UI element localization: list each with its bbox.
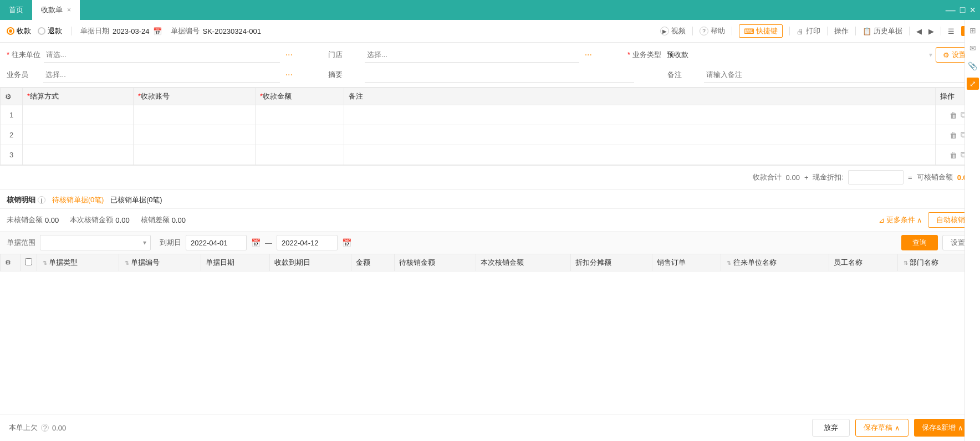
bth-voucher-date-label: 单据日期	[206, 258, 234, 266]
toolbar: 收款 退款 单据日期 2023-03-24 📅 单据编号 SK-20230324…	[0, 20, 980, 43]
date-label: 单据日期	[80, 26, 109, 36]
row-account-1[interactable]	[134, 105, 256, 125]
row-remark-3[interactable]	[344, 145, 936, 165]
sidebar-table-icon[interactable]: ⊞	[967, 24, 979, 37]
footer-info-icon[interactable]: ?	[41, 424, 49, 432]
tab-current-label: 收款单	[41, 5, 63, 15]
tab-close-icon[interactable]: ×	[67, 6, 71, 14]
summary-label-text: 摘要	[328, 70, 343, 79]
remark-field: 备注	[667, 67, 973, 83]
row-delete-icon-1[interactable]: 🗑	[950, 111, 957, 120]
form-area: * 往来单位 ··· 门店 ··· * 业务类型 预收款	[0, 43, 980, 88]
video-link[interactable]: ▶ 视频	[660, 26, 686, 36]
row-account-3[interactable]	[134, 145, 256, 165]
sidebar-expand-icon[interactable]: ⤢	[967, 78, 979, 90]
tab-current[interactable]: 收款单 ×	[32, 0, 80, 20]
nav-next[interactable]: ▶	[928, 27, 934, 35]
discard-button[interactable]: 放弃	[812, 419, 850, 437]
date-from-icon[interactable]: 📅	[251, 238, 261, 247]
bth-dept-name-label: 部门名称	[910, 258, 938, 266]
help-link[interactable]: ? 帮助	[700, 26, 725, 36]
equals-sign: =	[908, 173, 912, 182]
tab-home[interactable]: 首页	[0, 0, 32, 20]
business-type-field: * 业务类型 预收款 ▾ ⚙ 设置	[627, 47, 973, 63]
cash-discount-input[interactable]	[848, 170, 904, 184]
row-settle-1[interactable]	[23, 105, 134, 125]
pending-voucher-link[interactable]: 待核销单据(0笔)	[52, 195, 104, 205]
save-new-button[interactable]: 保存&新增 ∧	[914, 419, 971, 437]
bth-amount-label: 金额	[356, 258, 370, 266]
radio-shoukuan[interactable]: 收款	[7, 26, 31, 36]
row-amount-2[interactable]	[256, 125, 344, 145]
staff-more-icon[interactable]: ···	[283, 70, 295, 80]
nav-prev[interactable]: ◀	[916, 27, 922, 35]
store-more-icon[interactable]: ···	[583, 50, 594, 60]
staff-input[interactable]	[43, 67, 280, 83]
row-delete-icon-3[interactable]: 🗑	[950, 151, 957, 160]
quickkey-button[interactable]: ⌨ 快捷键	[739, 24, 783, 38]
unchecked-amount: 未核销金额 0.00	[7, 215, 59, 225]
more-conditions-button[interactable]: ⊿ 更多条件 ∧	[879, 215, 922, 225]
biz-dropdown-icon[interactable]: ▾	[929, 51, 932, 59]
settings-gear-icon: ⚙	[943, 51, 950, 59]
counterpart-input[interactable]	[44, 47, 280, 63]
bth-gear[interactable]: ⚙	[1, 254, 21, 271]
row-amount-1[interactable]	[256, 105, 344, 125]
date-to-icon[interactable]: 📅	[342, 238, 351, 247]
row-account-2[interactable]	[134, 125, 256, 145]
sidebar-email-icon[interactable]: ✉	[967, 42, 979, 54]
divider-8	[941, 27, 941, 35]
due-date-label: 到期日	[160, 238, 181, 248]
bth-checkbox[interactable]	[21, 254, 37, 271]
close-window-icon[interactable]: ×	[969, 4, 976, 16]
select-all-checkbox[interactable]	[25, 258, 32, 265]
bth-voucher-number: ⇅ 单据编号	[119, 254, 201, 271]
more-conditions-label: 更多条件	[886, 215, 915, 225]
restore-icon[interactable]: □	[960, 5, 966, 15]
menu-icon[interactable]: ☰	[948, 27, 955, 35]
business-type-label: * 业务类型	[627, 50, 661, 60]
counterpart-more-icon[interactable]: ···	[283, 50, 295, 60]
sidebar-attachment-icon[interactable]: 📎	[967, 60, 979, 72]
remark-input[interactable]	[704, 67, 973, 83]
history-link[interactable]: 📋 历史单据	[862, 26, 902, 36]
date-calendar-icon[interactable]: 📅	[153, 27, 162, 35]
window-controls: — □ ×	[946, 4, 980, 16]
voucher-range-label: 单据范围	[7, 238, 35, 248]
th-settle: *结算方式	[23, 88, 134, 105]
bottom-table: ⚙ ⇅ 单据类型 ⇅ 单据编号 单据日期	[0, 254, 980, 271]
date-to-input[interactable]	[277, 235, 338, 250]
bth-sales-order: 销售订单	[652, 254, 721, 271]
footer-info-text: ?	[43, 424, 47, 432]
counterpart-label: * 往来单位	[7, 50, 40, 60]
diff-label: 核销差额	[141, 215, 170, 225]
voucher-range-select[interactable]	[40, 235, 151, 250]
th-gear[interactable]: ⚙	[1, 88, 23, 105]
ops-label: 操作	[834, 26, 849, 36]
divider-6	[855, 27, 856, 35]
row-amount-3[interactable]	[256, 145, 344, 165]
ops-link[interactable]: 操作	[834, 26, 849, 36]
row-settle-3[interactable]	[23, 145, 134, 165]
video-label: 视频	[671, 26, 686, 36]
divider-5	[827, 27, 828, 35]
done-voucher-link[interactable]: 已核销单据(0笔)	[110, 195, 162, 205]
save-draft-button[interactable]: 保存草稿 ∧	[855, 419, 908, 437]
voucher-range-select-wrap	[40, 235, 151, 250]
radio-tuikuan[interactable]: 退款	[38, 26, 62, 36]
staff-label-text: 业务员	[7, 70, 28, 79]
row-delete-icon-2[interactable]: 🗑	[950, 131, 957, 140]
voucher-range-field: 单据范围	[7, 235, 151, 250]
row-settle-2[interactable]	[23, 125, 134, 145]
date-from-input[interactable]	[186, 235, 247, 250]
query-button[interactable]: 查询	[901, 235, 938, 250]
print-link[interactable]: 🖨 打印	[797, 26, 820, 36]
row-remark-2[interactable]	[344, 125, 936, 145]
summary-input[interactable]	[365, 67, 634, 83]
reconcile-info-icon[interactable]: i	[38, 196, 45, 204]
store-input[interactable]	[365, 47, 579, 63]
row-remark-1[interactable]	[344, 105, 936, 125]
minimize-icon[interactable]: —	[946, 4, 956, 16]
hamburger-icon: ☰	[948, 27, 955, 35]
bth-staff-name: 员工名称	[829, 254, 897, 271]
